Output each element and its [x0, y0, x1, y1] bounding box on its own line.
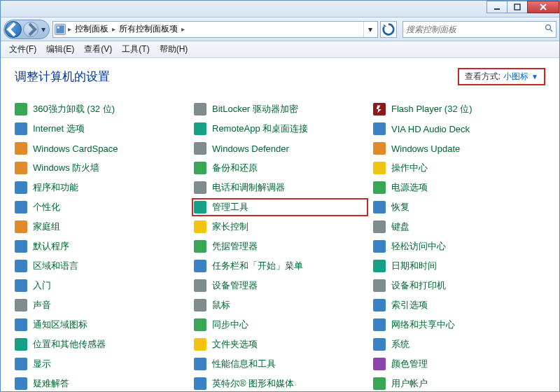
item-notification-icons[interactable]: 通知区域图标 — [15, 318, 187, 332]
item-parental-controls[interactable]: 家长控制 — [194, 220, 366, 234]
item-device-manager[interactable]: 设备管理器 — [194, 279, 366, 293]
crumb-separator-icon: ▸ — [67, 25, 72, 33]
item-internet-options[interactable]: Internet 选项 — [15, 122, 187, 136]
item-performance-info[interactable]: 性能信息和工具 — [194, 357, 366, 371]
menu-tools[interactable]: 工具(T) — [118, 42, 153, 57]
minimize-button[interactable] — [486, 1, 507, 13]
svg-rect-1 — [514, 4, 520, 10]
item-sync-center[interactable]: 同步中心 — [194, 318, 366, 332]
item-bitlocker[interactable]: BitLocker 驱动器加密 — [194, 102, 366, 116]
breadcrumb-control-panel[interactable]: 控制面板 — [74, 23, 110, 35]
folder-icon — [194, 338, 206, 351]
credential-icon — [194, 240, 206, 253]
item-region-language[interactable]: 区域和语言 — [15, 259, 187, 273]
uninstall-icon — [15, 103, 27, 115]
item-intel-graphics[interactable]: 英特尔® 图形和媒体 — [194, 377, 366, 391]
search-icon — [545, 24, 553, 34]
item-credential-manager[interactable]: 凭据管理器 — [194, 239, 366, 253]
item-personalization[interactable]: 个性化 — [15, 200, 187, 214]
nav-history-dropdown[interactable]: ▾ — [38, 24, 48, 34]
content-area: 调整计算机的设置 查看方式: 小图标 ▼ 360强力卸载 (32 位) BitL… — [1, 58, 559, 391]
window-titlebar — [1, 1, 559, 18]
item-programs-features[interactable]: 程序和功能 — [15, 181, 187, 195]
item-devices-printers[interactable]: 设备和打印机 — [373, 279, 545, 293]
svg-point-6 — [546, 25, 551, 30]
item-system[interactable]: 系统 — [373, 337, 545, 351]
item-keyboard[interactable]: 键盘 — [373, 220, 545, 234]
item-windows-cardspace[interactable]: Windows CardSpace — [15, 141, 187, 155]
default-programs-icon — [15, 240, 27, 253]
sync-icon — [194, 318, 206, 331]
item-troubleshooting[interactable]: 疑难解答 — [15, 377, 187, 391]
item-power-options[interactable]: 电源选项 — [373, 181, 545, 195]
nav-button-group: ▾ — [4, 20, 50, 39]
address-bar[interactable]: ▸ 控制面板 ▸ 所有控制面板项 ▸ ▾ — [52, 21, 378, 38]
recovery-icon — [373, 201, 386, 214]
item-indexing-options[interactable]: 索引选项 — [373, 298, 545, 312]
lock-icon — [194, 103, 206, 115]
menu-edit[interactable]: 编辑(E) — [42, 42, 78, 57]
item-via-audio[interactable]: VIA HD Audio Deck — [373, 122, 545, 136]
ease-access-icon — [373, 240, 386, 253]
clock-icon — [373, 260, 386, 272]
sound-icon — [15, 299, 27, 312]
search-box[interactable] — [402, 21, 556, 38]
item-windows-firewall[interactable]: Windows 防火墙 — [15, 161, 187, 175]
item-admin-tools[interactable]: 管理工具 — [194, 200, 366, 214]
region-icon — [15, 260, 27, 272]
audio-icon — [373, 122, 386, 135]
control-panel-icon — [55, 24, 66, 35]
address-dropdown[interactable]: ▾ — [363, 22, 376, 37]
view-by-value[interactable]: 小图标 — [503, 71, 528, 83]
network-icon — [373, 318, 386, 331]
crumb-separator-icon: ▸ — [181, 25, 186, 33]
item-360-uninstall[interactable]: 360强力卸载 (32 位) — [15, 102, 187, 116]
menu-help[interactable]: 帮助(H) — [155, 42, 192, 57]
cardspace-icon — [15, 142, 27, 155]
svg-rect-5 — [57, 26, 59, 28]
power-icon — [373, 181, 386, 194]
close-button[interactable] — [527, 1, 559, 13]
item-location-sensors[interactable]: 位置和其他传感器 — [15, 337, 187, 351]
item-backup-restore[interactable]: 备份和还原 — [194, 161, 366, 175]
forward-button[interactable] — [23, 22, 38, 37]
programs-icon — [15, 181, 27, 194]
view-by-selector[interactable]: 查看方式: 小图标 ▼ — [458, 68, 545, 85]
item-homegroup[interactable]: 家庭组 — [15, 220, 187, 234]
menu-view[interactable]: 查看(V) — [80, 42, 116, 57]
item-windows-defender[interactable]: Windows Defender — [194, 141, 366, 155]
mouse-icon — [194, 299, 206, 312]
item-remoteapp[interactable]: RemoteApp 和桌面连接 — [194, 122, 366, 136]
item-ease-of-access[interactable]: 轻松访问中心 — [373, 239, 545, 253]
refresh-button[interactable] — [380, 21, 397, 38]
view-by-label: 查看方式: — [465, 71, 500, 83]
troubleshoot-icon — [15, 377, 27, 390]
item-sound[interactable]: 声音 — [15, 298, 187, 312]
item-color-management[interactable]: 颜色管理 — [373, 357, 545, 371]
item-display[interactable]: 显示 — [15, 357, 187, 371]
menu-file[interactable]: 文件(F) — [5, 42, 41, 57]
intel-icon — [194, 377, 206, 390]
item-mouse[interactable]: 鼠标 — [194, 298, 366, 312]
item-network-sharing[interactable]: 网络和共享中心 — [373, 318, 545, 332]
item-action-center[interactable]: 操作中心 — [373, 161, 545, 175]
item-flash-player[interactable]: Flash Player (32 位) — [373, 102, 545, 116]
item-date-time[interactable]: 日期和时间 — [373, 259, 545, 273]
maximize-button[interactable] — [507, 1, 528, 13]
back-button[interactable] — [5, 21, 22, 38]
color-icon — [373, 358, 386, 370]
item-folder-options[interactable]: 文件夹选项 — [194, 337, 366, 351]
item-getting-started[interactable]: 入门 — [15, 279, 187, 293]
item-taskbar-start[interactable]: 任务栏和「开始」菜单 — [194, 259, 366, 273]
search-input[interactable] — [406, 24, 545, 34]
breadcrumb-all-items[interactable]: 所有控制面板项 — [118, 23, 179, 35]
item-recovery[interactable]: 恢复 — [373, 200, 545, 214]
item-user-accounts[interactable]: 用户帐户 — [373, 377, 545, 391]
personalization-icon — [15, 201, 27, 214]
item-windows-update[interactable]: Windows Update — [373, 141, 545, 155]
firewall-icon — [15, 162, 27, 174]
item-phone-modem[interactable]: 电话和调制解调器 — [194, 181, 366, 195]
indexing-icon — [373, 299, 386, 312]
item-default-programs[interactable]: 默认程序 — [15, 239, 187, 253]
navigation-bar: ▾ ▸ 控制面板 ▸ 所有控制面板项 ▸ ▾ — [1, 18, 559, 41]
